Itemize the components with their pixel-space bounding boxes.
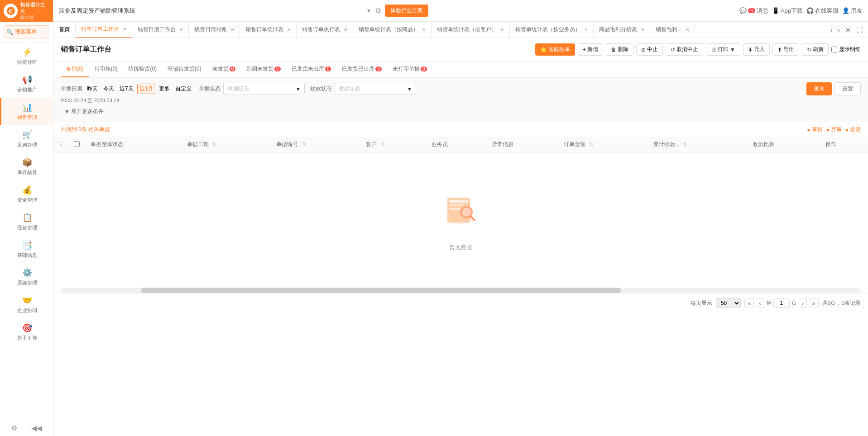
col-actions: 操作 <box>820 137 868 152</box>
sidebar-item-operation[interactable]: 📋 经营管理 <box>0 208 53 236</box>
sidebar-item-quick-nav[interactable]: ⚡ 快捷导航 <box>0 43 53 70</box>
sidebar-item-marketing[interactable]: 📢 营销推广 <box>0 70 53 98</box>
filter-tab-shipped-not-stored[interactable]: 已发货未出库0 <box>286 62 337 77</box>
query-button[interactable]: 查询 <box>806 82 832 95</box>
delete-button[interactable]: 🗑 删除 <box>606 43 633 56</box>
col-number[interactable]: 单据编号 ⇅ <box>271 137 360 152</box>
sidebar-item-purchase[interactable]: 🛒 采购管理 <box>0 125 53 153</box>
page-next-button[interactable]: › <box>799 299 807 308</box>
payment-select[interactable]: 收款状态 ▼ <box>335 83 416 95</box>
date-option-today[interactable]: 今天 <box>101 84 116 94</box>
tab-home[interactable]: 首页 <box>53 22 76 38</box>
col-customer[interactable]: 客户 ⇅ <box>360 137 426 152</box>
user-icon: 👤 <box>842 7 849 14</box>
shipped-stored-badge: 0 <box>375 66 382 71</box>
tab-sales-stats-product[interactable]: 销货单统计表（按商品） ✕ <box>353 22 432 38</box>
filter-tab-not-shipped[interactable]: 未发货0 <box>207 62 241 77</box>
sidebar-search-button[interactable]: 🔍 搜索菜单 <box>4 25 49 38</box>
sidebar-item-finance[interactable]: 💰 资金管理 <box>0 180 53 208</box>
industry-solution-button[interactable]: 体验行业方案 <box>385 5 428 17</box>
sidebar-item-guide[interactable]: 🎯 新手引导 <box>0 318 53 346</box>
sidebar-item-system[interactable]: ⚙️ 系统管理 <box>0 263 53 291</box>
date-option-1month[interactable]: 近1月 <box>137 84 156 94</box>
filter-tab-unprinted[interactable]: 未打印单据0 <box>387 62 432 77</box>
filter-tab-all[interactable]: 全部(0) <box>61 62 89 77</box>
tab-scroll-right-icon[interactable]: › <box>836 25 842 34</box>
refresh-button[interactable]: ↻ 刷新 <box>802 43 829 56</box>
select-all-checkbox[interactable] <box>74 141 80 147</box>
filter-tab-pending-inspect[interactable]: 待拣验货(0) <box>123 62 162 77</box>
page-last-button[interactable]: » <box>809 299 818 308</box>
sidebar-item-inventory[interactable]: 📦 库存核算 <box>0 153 53 180</box>
tab-close-icon[interactable]: ✕ <box>500 27 504 32</box>
tab-scroll-left-icon[interactable]: ‹ <box>829 25 834 34</box>
filter-tab-expired-unshipped[interactable]: 到期未发货0 <box>241 62 286 77</box>
tab-sales-stats-staff[interactable]: 销货单统计表（按业务员） ✕ <box>510 22 594 38</box>
export-button[interactable]: ⬆ 导出 <box>772 43 799 56</box>
tab-close-icon[interactable]: ✕ <box>344 27 347 32</box>
filter-tab-pending-review[interactable]: 待审核(0) <box>89 62 123 77</box>
collapse-icon[interactable]: ◀◀ <box>31 424 42 432</box>
tab-close-icon[interactable]: ✕ <box>123 27 126 32</box>
page-prev-button[interactable]: ‹ <box>756 299 764 308</box>
page-size-select[interactable]: 20 50 100 <box>716 298 741 308</box>
tab-close-icon[interactable]: ✕ <box>179 27 183 32</box>
tab-close-icon[interactable]: ✕ <box>686 27 689 32</box>
col-date[interactable]: 单据日期 ⇅ <box>182 137 271 152</box>
sidebar-item-sales[interactable]: 📊 销售管理 <box>0 98 53 125</box>
date-options: 昨天 今天 近7天 近1月 更多 自定义 <box>85 84 193 94</box>
tab-close-icon[interactable]: ✕ <box>230 27 234 32</box>
tab-close-icon[interactable]: ✕ <box>641 27 644 32</box>
date-option-7days[interactable]: 近7天 <box>118 84 135 94</box>
sidebar-item-enterprise[interactable]: 🤝 企业协同 <box>0 291 53 318</box>
ship-action[interactable]: ● 发货 <box>845 126 861 133</box>
abandon-review-action[interactable]: ● 弃审 <box>826 126 842 133</box>
filter-tab-wangpu[interactable]: 旺铺待发货(0) <box>162 62 207 77</box>
settings-gear-icon[interactable]: ⚙ <box>375 6 381 15</box>
col-amount[interactable]: 订单金额 ⇅ <box>558 137 648 152</box>
page-first-button[interactable]: « <box>744 299 754 308</box>
app-download-button[interactable]: 📱 App下载 <box>772 7 803 15</box>
review-action[interactable]: ● 审核 <box>807 126 822 133</box>
stop-button[interactable]: ⊘ 中止 <box>636 43 663 56</box>
tab-sales-gross[interactable]: 销售毛利... ✕ <box>650 22 695 38</box>
status-select[interactable]: 单据状态 ▼ <box>223 83 305 95</box>
tab-sales-stats-customer[interactable]: 销货单统计表（按客户） ✕ <box>432 22 510 38</box>
page-number-input[interactable] <box>773 299 790 308</box>
tab-close-icon[interactable]: ✕ <box>287 27 291 32</box>
tab-cash-reconcile[interactable]: 钱货日清对账 ✕ <box>189 22 240 38</box>
add-button[interactable]: + 新增 <box>578 43 603 56</box>
tab-close-icon[interactable]: ✕ <box>584 27 588 32</box>
expand-arrow-icon[interactable]: ▼ <box>366 8 371 14</box>
filter-tab-shipped-stored[interactable]: 已发货已出库0 <box>336 62 387 77</box>
settings-icon[interactable]: ⚙ <box>11 424 17 432</box>
expand-conditions-button[interactable]: ▼ 展开更多条件 <box>61 106 861 117</box>
tab-sales-order-stats[interactable]: 销售订单统计表 ✕ <box>240 22 297 38</box>
print-button[interactable]: 🖨 打印 ▼ <box>706 43 740 56</box>
tab-sales-order-exec[interactable]: 销售订单执行表 ✕ <box>297 22 353 38</box>
show-detail-checkbox[interactable]: 显示明细 <box>831 46 861 53</box>
tab-sales-order-workbench[interactable]: 销售订单工作台 ✕ <box>76 22 132 38</box>
import-button[interactable]: ⬇ 导入 <box>743 43 770 56</box>
tab-maximize-icon[interactable]: ⛶ <box>854 25 864 34</box>
show-detail-input[interactable] <box>831 47 837 52</box>
tab-close-all-icon[interactable]: ✕ <box>844 25 853 34</box>
smart-create-button[interactable]: ⭐ 智能生单 <box>535 43 575 56</box>
horizontal-scrollbar[interactable] <box>61 288 861 293</box>
message-button[interactable]: 💬 6 消息 <box>739 7 768 15</box>
user-menu-button[interactable]: 👤 用友 <box>842 7 863 15</box>
sidebar-item-basic-info[interactable]: 📑 基础信息 <box>0 236 53 263</box>
date-range-display: 2023-02-24 至 2023-03-24 <box>61 98 120 103</box>
date-option-more[interactable]: 更多 <box>157 84 172 94</box>
scrollbar-thumb[interactable] <box>141 288 621 293</box>
date-option-yesterday[interactable]: 昨天 <box>85 84 100 94</box>
tab-product-margin[interactable]: 商品毛利分析表 ✕ <box>594 22 650 38</box>
date-option-custom[interactable]: 自定义 <box>173 84 193 94</box>
tab-close-icon[interactable]: ✕ <box>422 27 426 32</box>
col-received[interactable]: 累计收款... ⇅ <box>648 137 748 152</box>
cancel-stop-button[interactable]: ↺ 取消中止 <box>666 43 703 56</box>
online-service-button[interactable]: 🎧 在线客服 <box>806 7 839 15</box>
tab-cash-daily[interactable]: 钱货日清工作台 ✕ <box>132 22 189 38</box>
plus-icon: + <box>583 47 586 53</box>
set-button[interactable]: 设置 <box>834 82 861 95</box>
